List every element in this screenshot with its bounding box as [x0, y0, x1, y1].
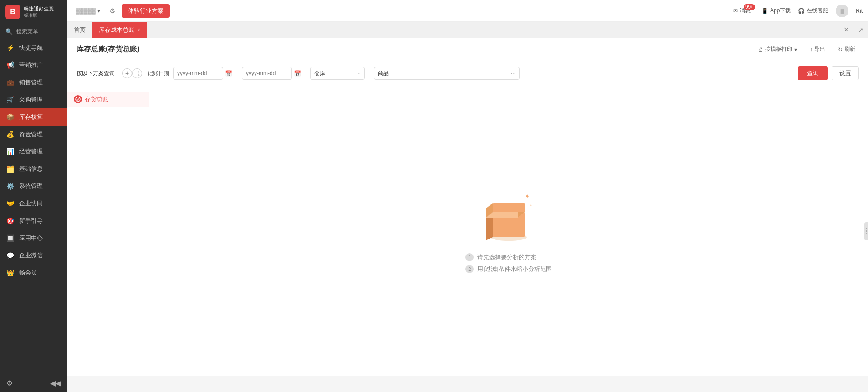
guide-icon: 🎯	[5, 217, 15, 224]
goods-more-icon: ···	[511, 70, 516, 76]
svg-text:✦: ✦	[525, 193, 530, 200]
warehouse-label: 仓库	[314, 70, 354, 77]
resize-panel-button[interactable]: ⤢	[853, 23, 868, 37]
settings-button[interactable]: 设置	[832, 66, 859, 80]
purchase-icon: 🛒	[5, 96, 15, 103]
empty-tip-1: 1 请先选择要分析的方案	[465, 253, 551, 261]
sidebar-item-finance[interactable]: 💰 资金管理	[0, 126, 67, 143]
sidebar-item-member[interactable]: 👑 畅会员	[0, 264, 67, 281]
close-panel-button[interactable]: ×	[839, 23, 853, 37]
date-start-input[interactable]	[173, 67, 223, 80]
app-download-item[interactable]: 📱 App下载	[761, 7, 791, 15]
online-service-item[interactable]: 🎧 在线客服	[798, 7, 828, 15]
app-logo: B 畅捷通好生意 标准版	[0, 0, 67, 24]
empty-tips: 1 请先选择要分析的方案 2 用[过滤]条件来缩小分析范围	[465, 253, 551, 273]
scheme-item-icon	[74, 95, 82, 103]
apps-icon: 🔲	[5, 234, 15, 242]
sidebar-item-wechat[interactable]: 💬 企业微信	[0, 247, 67, 264]
filter-area: 按以下方案查询 + 《 记账日期 📅 — 📅 仓库 ··· 商品	[67, 61, 868, 86]
sidebar-item-basic[interactable]: 🗂️ 基础信息	[0, 160, 67, 178]
sales-icon: 💼	[5, 79, 15, 86]
sidebar-item-apps[interactable]: 🔲 应用中心	[0, 229, 67, 247]
topbar: ▓▓▓▓▓ ▾ ⚙ 体验行业方案 ✉ 消息 99+ 📱 App下载 🎧 在线客服…	[67, 0, 868, 22]
topbar-dropdown[interactable]: ▓▓▓▓▓ ▾	[73, 6, 103, 16]
goods-select[interactable]: 商品 ···	[374, 67, 520, 80]
sidebar-item-guide[interactable]: 🎯 新手引导	[0, 212, 67, 229]
page-header: 库存总账(存货总账) 🖨 按模板打印 ▾ ↑ 导出 ↻ 刷新	[67, 38, 868, 61]
content-area: 库存总账(存货总账) 🖨 按模板打印 ▾ ↑ 导出 ↻ 刷新 按以下方案查询	[67, 38, 868, 392]
app-name-text: 畅捷通好生意 标准版	[24, 5, 54, 18]
messages-item[interactable]: ✉ 消息 99+	[733, 7, 751, 15]
empty-illustration: ✦ ✦	[481, 189, 536, 244]
industry-solution-button[interactable]: 体验行业方案	[122, 4, 170, 18]
page-actions: 🖨 按模板打印 ▾ ↑ 导出 ↻ 刷新	[754, 44, 859, 55]
filter-add-button[interactable]: +	[122, 68, 132, 78]
empty-tip-2: 2 用[过滤]条件来缩小分析范围	[465, 265, 551, 273]
basic-icon: 🗂️	[5, 165, 15, 173]
calendar-end-icon[interactable]: 📅	[294, 70, 301, 77]
resize-dots	[866, 228, 867, 234]
settings-footer-icon[interactable]: ⚙	[6, 379, 13, 387]
scheme-item-inventory-ledger[interactable]: 存货总账	[67, 92, 149, 107]
sidebar-search[interactable]: 🔍 搜索菜单	[0, 24, 67, 39]
tip-number-2: 2	[465, 265, 474, 273]
phone-icon: 📱	[761, 8, 768, 14]
svg-rect-3	[493, 203, 525, 212]
refresh-icon: ↻	[838, 46, 842, 53]
refresh-button[interactable]: ↻ 刷新	[834, 44, 859, 55]
empty-state: ✦ ✦ 1 请先选择要分析的方案 2 用[过滤]条件来缩小分析范围	[465, 189, 551, 273]
quick-nav-icon: ⚡	[5, 44, 15, 51]
warehouse-select[interactable]: 仓库 ···	[310, 67, 365, 80]
tab-home[interactable]: 首页	[67, 22, 92, 38]
marketing-icon: 📢	[5, 61, 15, 69]
date-separator: —	[234, 70, 240, 77]
finance-icon: 💰	[5, 131, 15, 138]
date-end-input[interactable]	[242, 67, 292, 80]
query-button[interactable]: 查询	[798, 66, 828, 80]
sidebar-item-system[interactable]: ⚙️ 系统管理	[0, 178, 67, 195]
filter-label: 按以下方案查询	[77, 70, 115, 77]
print-template-button[interactable]: 🖨 按模板打印 ▾	[754, 44, 801, 55]
headset-icon: 🎧	[798, 8, 805, 14]
filter-controls: 记账日期 📅 — 📅 仓库 ··· 商品 ···	[148, 67, 798, 80]
filter-right-actions: 查询 设置	[798, 66, 859, 80]
sidebar-item-operation[interactable]: 📊 经营管理	[0, 143, 67, 160]
chevron-down-icon: ▾	[97, 8, 100, 14]
export-icon: ↑	[810, 46, 812, 53]
enterprise-icon: 🤝	[5, 200, 15, 207]
sidebar-item-sales[interactable]: 💼 销售管理	[0, 74, 67, 91]
sidebar-item-marketing[interactable]: 📢 营销推广	[0, 56, 67, 74]
page-title: 库存总账(存货总账)	[77, 45, 140, 54]
collapse-icon[interactable]: ◀◀	[50, 379, 61, 387]
topbar-right: ✉ 消息 99+ 📱 App下载 🎧 在线客服 ▓ Rit	[733, 5, 863, 17]
search-icon: 🔍	[5, 28, 13, 35]
resize-handle[interactable]	[864, 222, 868, 240]
sidebar-item-inventory[interactable]: 📦 库存核算	[0, 108, 67, 126]
svg-text:✦: ✦	[529, 203, 533, 208]
date-field-label: 记账日期	[148, 70, 169, 77]
export-button[interactable]: ↑ 导出	[806, 44, 829, 55]
calendar-start-icon[interactable]: 📅	[225, 70, 232, 77]
sidebar-item-enterprise[interactable]: 🤝 企业协同	[0, 195, 67, 212]
warehouse-more-icon: ···	[356, 70, 361, 76]
topbar-left: ▓▓▓▓▓ ▾ ⚙ 体验行业方案	[73, 4, 170, 18]
tabbar: 首页 库存成本总账 × × ⤢	[67, 22, 868, 38]
data-area: ✦ ✦ 1 请先选择要分析的方案 2 用[过滤]条件来缩小分析范围	[149, 86, 868, 376]
scheme-sidebar: 存货总账	[67, 86, 149, 376]
sidebar-item-purchase[interactable]: 🛒 采购管理	[0, 91, 67, 108]
message-badge: 99+	[744, 4, 755, 10]
tab-inventory-ledger[interactable]: 库存成本总账 ×	[92, 22, 147, 38]
print-dropdown-icon: ▾	[794, 46, 797, 53]
topbar-gear-icon[interactable]: ⚙	[107, 5, 118, 17]
date-range-field: 📅 — 📅	[173, 67, 301, 80]
dropdown-current-text: ▓▓▓▓▓	[76, 8, 96, 14]
system-icon: ⚙️	[5, 183, 15, 190]
tip-number-1: 1	[465, 253, 474, 261]
sidebar: B 畅捷通好生意 标准版 🔍 搜索菜单 ⚡ 快捷导航 📢 营销推广 💼 销售管理…	[0, 0, 67, 392]
username-label[interactable]: Rit	[856, 8, 863, 14]
main-area: ▓▓▓▓▓ ▾ ⚙ 体验行业方案 ✉ 消息 99+ 📱 App下载 🎧 在线客服…	[67, 0, 868, 392]
filter-collapse-button[interactable]: 《	[132, 68, 142, 78]
tab-close-icon[interactable]: ×	[137, 27, 140, 33]
sidebar-item-quick-nav[interactable]: ⚡ 快捷导航	[0, 39, 67, 56]
user-avatar[interactable]: ▓	[836, 5, 848, 17]
